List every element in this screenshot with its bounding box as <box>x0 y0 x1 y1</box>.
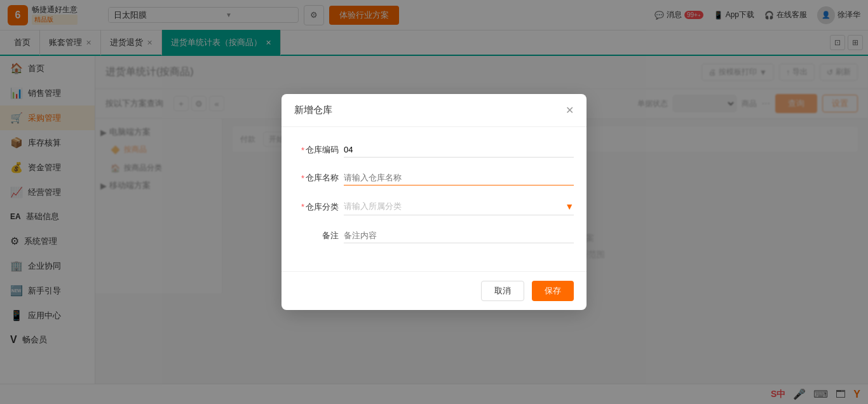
form-row-name: * 仓库名称 <box>294 170 574 185</box>
dialog-close-btn[interactable]: ✕ <box>566 104 574 116</box>
category-required-mark: * <box>301 202 304 212</box>
warehouse-category-select[interactable]: 请输入所属分类 ▼ <box>344 198 574 215</box>
category-label: * 仓库分类 <box>294 201 339 213</box>
warehouse-code-input[interactable] <box>344 142 574 158</box>
dialog-footer: 取消 保存 <box>281 271 587 310</box>
category-placeholder: 请输入所属分类 <box>344 201 402 212</box>
main-layout: 🏠 首页 📊 销售管理 🛒 采购管理 📦 库存核算 💰 资金管理 📈 经营管理 … <box>0 56 868 404</box>
form-row-category: * 仓库分类 请输入所属分类 ▼ <box>294 198 574 215</box>
name-required-mark: * <box>301 173 304 183</box>
dialog-header: 新增仓库 ✕ <box>281 94 587 127</box>
warehouse-name-input[interactable] <box>344 170 574 185</box>
cancel-button[interactable]: 取消 <box>481 281 524 301</box>
warehouse-note-input[interactable] <box>344 228 574 243</box>
category-dropdown-icon: ▼ <box>565 201 574 212</box>
new-warehouse-dialog: 新增仓库 ✕ * 仓库编码 * <box>281 94 587 310</box>
dialog-title: 新增仓库 <box>294 104 332 116</box>
form-row-code: * 仓库编码 <box>294 142 574 158</box>
dialog-body: * 仓库编码 * 仓库名称 <box>281 127 587 271</box>
note-label: 备注 <box>294 230 339 241</box>
name-label: * 仓库名称 <box>294 172 339 184</box>
save-button[interactable]: 保存 <box>532 281 574 301</box>
content-area: 进货单统计(按商品) 🖨 按模板打印 ▼ ↑ 导出 ↺ 刷新 <box>95 56 868 404</box>
form-row-note: 备注 <box>294 228 574 243</box>
code-label: * 仓库编码 <box>294 144 339 156</box>
code-required-mark: * <box>301 145 304 155</box>
dialog-overlay: 新增仓库 ✕ * 仓库编码 * <box>95 56 868 404</box>
